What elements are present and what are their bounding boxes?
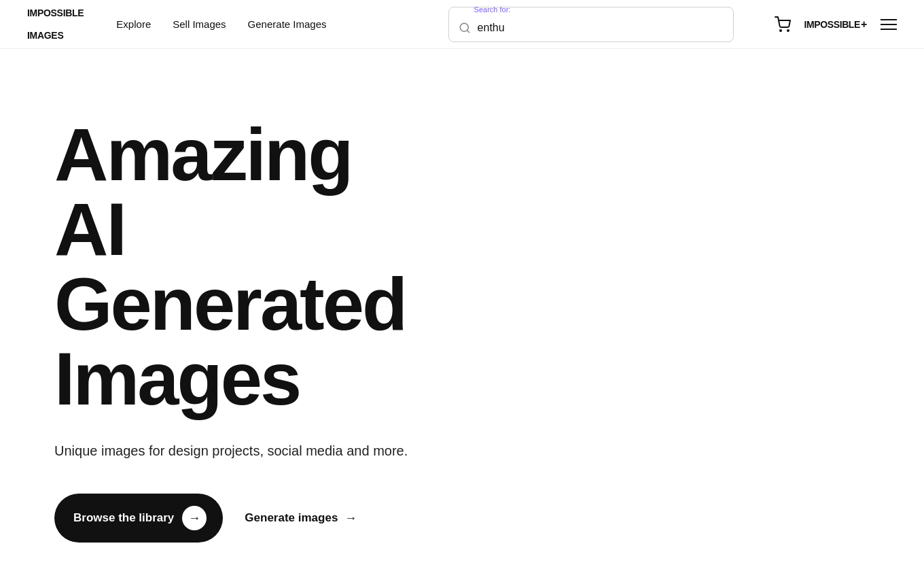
generate-images-button[interactable]: Generate images → — [245, 511, 357, 526]
nav-generate-images[interactable]: Generate Images — [248, 18, 327, 30]
search-container: Search for: — [448, 7, 734, 42]
cart-icon[interactable] — [775, 16, 791, 33]
logo-line1: IMPOSSIBLE — [27, 7, 84, 18]
impossible-plus-button[interactable]: IMPOSSIBLE+ — [804, 19, 867, 30]
search-icon — [459, 22, 471, 34]
search-box: Search for: — [448, 7, 734, 42]
search-input[interactable] — [478, 22, 724, 34]
svg-point-3 — [787, 30, 789, 31]
main-nav: Explore Sell Images Generate Images — [116, 18, 326, 30]
hero-subtitle: Unique images for design projects, socia… — [54, 441, 421, 461]
generate-images-label: Generate images — [245, 511, 338, 525]
header-right: IMPOSSIBLE+ — [775, 16, 897, 33]
hero-title-line1: Amazing AI — [54, 112, 351, 271]
nav-explore[interactable]: Explore — [116, 18, 151, 30]
menu-icon[interactable] — [881, 18, 897, 31]
svg-line-1 — [467, 30, 469, 32]
hero-section: Amazing AI Generated Images Unique image… — [0, 49, 476, 543]
plus-symbol: + — [861, 19, 867, 30]
generate-arrow-icon: → — [344, 511, 357, 526]
search-label: Search for: — [474, 5, 511, 14]
nav-sell-images[interactable]: Sell Images — [173, 18, 226, 30]
hero-title-line3: Images — [54, 337, 300, 420]
hero-title: Amazing AI Generated Images — [54, 117, 421, 416]
browse-library-label: Browse the library — [73, 511, 174, 525]
site-header: IMPOSSIBLE IMAGES Explore Sell Images Ge… — [0, 0, 924, 49]
impossible-plus-label: IMPOSSIBLE — [804, 19, 860, 30]
hero-actions: Browse the library → Generate images → — [54, 494, 421, 543]
svg-point-2 — [780, 30, 781, 31]
browse-library-button[interactable]: Browse the library → — [54, 494, 223, 543]
browse-arrow-icon: → — [182, 506, 207, 530]
logo[interactable]: IMPOSSIBLE IMAGES — [27, 0, 84, 52]
hero-title-line2: Generated — [54, 262, 406, 345]
logo-line2: IMAGES — [27, 30, 84, 41]
